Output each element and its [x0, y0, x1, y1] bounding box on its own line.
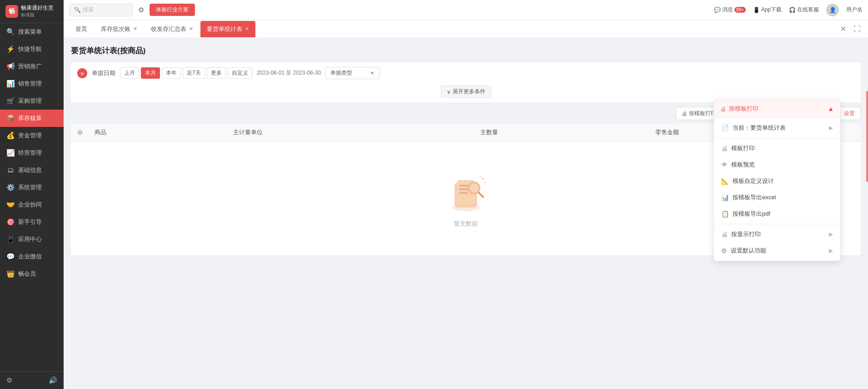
date-btn-this-month[interactable]: 本月	[141, 67, 160, 79]
sidebar-item-sales[interactable]: 📊 销售管理	[0, 75, 64, 92]
col-quantity: 主数量	[475, 124, 650, 141]
svg-point-9	[482, 178, 484, 180]
sidebar-item-label: 采购管理	[18, 97, 42, 105]
dropdown-template-print[interactable]: 🖨 模板打印	[714, 140, 840, 157]
sidebar-item-label: 快捷导航	[18, 45, 42, 53]
dropdown-collapse-icon[interactable]: ▲	[828, 105, 834, 112]
audio-icon[interactable]: 🔊	[49, 376, 57, 384]
template-pdf-icon: 📋	[721, 210, 729, 217]
dropdown-current-item-left: 📄 当前：要货单统计表	[721, 124, 786, 132]
dropdown-current-item[interactable]: 📄 当前：要货单统计表 ▶	[714, 120, 840, 136]
date-range-text: 2023-06-01 至 2023-06-30	[257, 69, 321, 77]
topbar-gear-icon[interactable]: ⚙	[136, 4, 146, 16]
app-icon: 📱	[753, 7, 760, 13]
tab-home[interactable]: 首页	[69, 21, 94, 37]
sidebar-item-corpwx[interactable]: 💬 企业微信	[0, 248, 64, 265]
template-preview-icon: 👁	[721, 161, 728, 168]
dropdown-template-design[interactable]: 📐 模板自定义设计	[714, 173, 840, 189]
sidebar-logo-text: 畅康通好生意 标准版	[21, 5, 54, 18]
system-icon: ⚙️	[6, 183, 15, 192]
date-btn-custom[interactable]: 自定义	[228, 67, 252, 79]
table-settings-icon[interactable]: ⚙	[77, 129, 83, 136]
tab-close-inventory-batch[interactable]: ✕	[133, 26, 137, 32]
filter-expand-toggle[interactable]: »	[77, 68, 87, 78]
sidebar-item-label: 营销推广	[18, 62, 42, 71]
print-dropdown-header-left: 🖨 按模板打印	[720, 105, 758, 113]
expand-row: ∨ 展开更多条件	[77, 86, 854, 98]
tab-close-all-icon[interactable]: ✕	[838, 24, 848, 34]
sidebar-item-newguide[interactable]: 🎯 新手引导	[0, 213, 64, 231]
print-dropdown-header-icon: 🖨	[720, 106, 726, 112]
doc-type-select[interactable]: 单据类型 ▼	[325, 67, 380, 79]
topbar-messages[interactable]: 💬 消息 99+	[714, 6, 746, 14]
dropdown-display-print[interactable]: 🖨 按显示打印 ▶	[714, 226, 840, 242]
sidebar-item-label: 企业微信	[18, 253, 42, 261]
sidebar-item-marketing[interactable]: 📢 营销推广	[0, 58, 64, 75]
date-btn-prev-month[interactable]: 上月	[120, 67, 139, 79]
date-btn-more[interactable]: 更多	[207, 67, 226, 79]
main-area: 🔍 搜索 ⚙ 体验行业方案 💬 消息 99+ 📱 App下载 🎧 在线客服 👤 …	[64, 0, 868, 389]
dropdown-template-pdf[interactable]: 📋 按模板导出pdf	[714, 206, 840, 222]
settings-icon[interactable]: ⚙	[6, 376, 12, 384]
sidebar-item-collab[interactable]: 🤝 企业协同	[0, 196, 64, 213]
tab-close-collection-summary[interactable]: ✕	[189, 26, 193, 32]
search-input[interactable]: 🔍 搜索	[69, 4, 133, 16]
svg-point-10	[484, 182, 486, 183]
dropdown-display-section: 🖨 按显示打印 ▶ ⚙ 设置默认功能 ▶	[714, 224, 840, 261]
display-print-arrow: ▶	[829, 231, 833, 237]
tabs-bar: 首页 库存批次账 ✕ 收发存汇总表 ✕ 要货单统计表 ✕ ✕ ⛶	[64, 20, 868, 38]
shortcut-icon: ⚡	[6, 45, 15, 53]
sidebar-item-operations[interactable]: 📈 经营管理	[0, 144, 64, 162]
topbar-app-download[interactable]: 📱 App下载	[753, 6, 782, 14]
sidebar-item-system[interactable]: ⚙️ 系统管理	[0, 179, 64, 196]
sidebar-item-appcenter[interactable]: 📱 应用中心	[0, 231, 64, 248]
dropdown-template-excel[interactable]: 📊 按模板导出excel	[714, 189, 840, 206]
tab-expand-icon[interactable]: ⛶	[852, 24, 863, 34]
sidebar-item-label: 资金管理	[18, 131, 42, 140]
sidebar-item-label: 新手引导	[18, 218, 42, 226]
col-settings[interactable]: ⚙	[71, 124, 89, 141]
print-dropdown-popup: 🖨 按模板打印 ▲ 📄 当前：要货单统计表 ▶	[713, 100, 841, 261]
sidebar-logo: 畅 畅康通好生意 标准版	[0, 0, 64, 23]
dropdown-template-section: 🖨 模板打印 👁 模板预览 📐 模板自定义设计	[714, 138, 840, 224]
sidebar-item-label: 销售管理	[18, 80, 42, 88]
tab-inventory-batch[interactable]: 库存批次账 ✕	[95, 21, 144, 37]
dropdown-current-section: 📄 当前：要货单统计表 ▶	[714, 118, 840, 138]
sidebar-item-shortcut[interactable]: ⚡ 快捷导航	[0, 40, 64, 58]
topbar-online-service[interactable]: 🎧 在线客服	[789, 6, 819, 14]
scroll-indicator	[866, 91, 868, 182]
sidebar-item-basic[interactable]: 🗂 基础信息	[0, 162, 64, 179]
col-unit: 主计量单位	[228, 124, 475, 141]
svg-rect-5	[459, 192, 468, 194]
search-placeholder: 搜索	[83, 6, 94, 14]
dropdown-default-func[interactable]: ⚙ 设置默认功能 ▶	[714, 242, 840, 259]
industry-btn[interactable]: 体验行业方案	[150, 4, 195, 16]
sidebar-item-purchase[interactable]: 🛒 采购管理	[0, 92, 64, 110]
sales-icon: 📊	[6, 80, 15, 88]
message-icon: 💬	[714, 7, 721, 13]
sidebar-item-label: 系统管理	[18, 183, 42, 192]
settings-btn[interactable]: 设置	[838, 107, 861, 120]
tab-order-stats[interactable]: 要货单统计表 ✕	[200, 21, 255, 37]
page-content: 要货单统计表(按商品) » 单据日期 上月 本月 本年 近7天 更多 自定义 2…	[64, 38, 868, 389]
sidebar-item-member[interactable]: 👑 畅会员	[0, 265, 64, 283]
corpwx-icon: 💬	[6, 253, 15, 261]
inventory-icon: 📦	[6, 114, 15, 122]
date-btn-this-year[interactable]: 本年	[162, 67, 181, 79]
sidebar-item-label: 库存核算	[18, 114, 42, 122]
svg-point-11	[480, 177, 481, 178]
sidebar-item-inventory[interactable]: 📦 库存核算	[0, 110, 64, 127]
sidebar-nav: 🔍 搜索菜单 ⚡ 快捷导航 📢 营销推广 📊 销售管理 🛒 采购管理 📦 库存核…	[0, 23, 64, 371]
collab-icon: 🤝	[6, 201, 15, 209]
tab-close-order-stats[interactable]: ✕	[245, 26, 249, 32]
sidebar: 畅 畅康通好生意 标准版 🔍 搜索菜单 ⚡ 快捷导航 📢 营销推广 📊 销售管理…	[0, 0, 64, 389]
tab-collection-summary[interactable]: 收发存汇总表 ✕	[145, 21, 200, 37]
default-func-arrow: ▶	[829, 248, 833, 254]
user-avatar[interactable]: 👤	[826, 4, 839, 16]
dropdown-template-preview[interactable]: 👁 模板预览	[714, 157, 840, 173]
sidebar-item-search[interactable]: 🔍 搜索菜单	[0, 23, 64, 40]
expand-more-btn[interactable]: ∨ 展开更多条件	[441, 86, 491, 98]
empty-icon	[443, 169, 489, 214]
sidebar-item-finance[interactable]: 💰 资金管理	[0, 127, 64, 144]
date-btn-7days[interactable]: 近7天	[183, 67, 205, 79]
